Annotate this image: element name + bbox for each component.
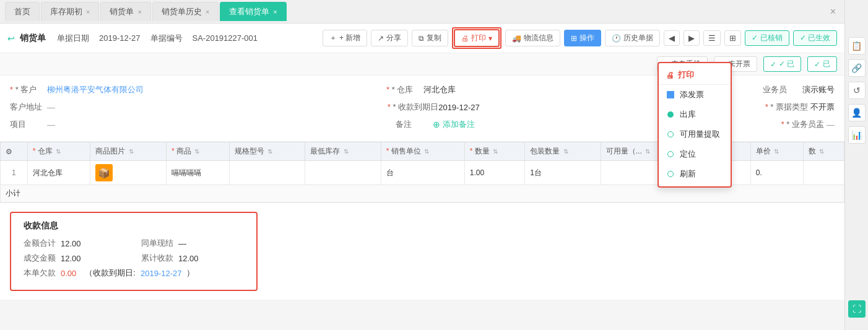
row-price: 0. — [750, 161, 803, 185]
effect-badge: ✓ 已生效 — [793, 30, 837, 46]
bottom-area: 收款信息 金额合计 12.00 同单现结 — 成交金额 12.00 累计收款 — [0, 202, 844, 300]
outbound-label: 出库 — [680, 109, 696, 120]
side-btn-user[interactable]: 👤 — [848, 104, 866, 121]
tab-sales-close[interactable]: × — [137, 8, 141, 15]
col-settings[interactable]: ⚙ — [1, 142, 28, 161]
doc-title-area: ↩ 销货单 单据日期 2019-12-27 单据编号 SA-20191227-0… — [7, 33, 258, 44]
add-note-label: 添加备注 — [443, 119, 475, 130]
prev-nav-button[interactable]: ◀ — [664, 30, 680, 46]
new-label: + 新增 — [339, 33, 360, 43]
payment-row-3: 本单欠款 0.00 （收款到期日: 2019-12-27 ） — [24, 267, 244, 279]
bill-type-label: * 票据类型 — [765, 102, 808, 113]
menu-outbound[interactable]: 出库 — [659, 105, 731, 124]
menu-locate[interactable]: 定位 — [659, 144, 731, 164]
new-button[interactable]: ＋ + 新增 — [323, 30, 367, 46]
row-spec — [229, 161, 305, 185]
col-unit: * 销售单位 ⇅ — [381, 142, 464, 161]
tab-home-label: 首页 — [14, 6, 30, 17]
tab-history[interactable]: 销货单历史 × — [152, 2, 219, 21]
print-dropdown-icon: ▾ — [488, 34, 492, 43]
logistics-button[interactable]: 🚚 物流信息 — [505, 30, 560, 46]
cancel-badge: ✓ 已核销 — [745, 30, 789, 46]
outbound-icon — [666, 110, 675, 119]
same-order-value: — — [178, 239, 186, 248]
locate-icon — [666, 150, 675, 158]
done2-label: 已 — [823, 59, 830, 69]
tab-view-sales[interactable]: 查看销货单 × — [220, 2, 286, 21]
overdue-date: 2019-12-27 — [141, 269, 182, 278]
customer-value[interactable]: 柳州粤港平安气体有限公司 — [47, 84, 144, 95]
plus-icon: ⊕ — [433, 119, 440, 129]
note-label: 备注 — [396, 119, 433, 130]
copy-button[interactable]: ⧉ 复制 — [412, 30, 448, 46]
tab-view-sales-close[interactable]: × — [273, 8, 277, 15]
history-button[interactable]: 🕐 历史单据 — [605, 30, 660, 46]
tab-history-label: 销货单历史 — [162, 6, 202, 17]
done-icon: ✓ — [770, 60, 776, 69]
share-button[interactable]: ↗ 分享 — [371, 30, 408, 46]
tab-home[interactable]: 首页 — [5, 2, 40, 21]
ops-dropdown-header: 🖨 打印 — [659, 66, 731, 85]
tab-inventory[interactable]: 库存期初 × — [41, 2, 99, 21]
menu-add-invoice[interactable]: 添发票 — [659, 85, 731, 105]
grid-icon: ⊞ — [571, 34, 577, 43]
doc-date-value: 2019-12-27 — [99, 33, 141, 43]
done-label: ✓ 已 — [779, 59, 794, 69]
window-close-button[interactable]: × — [827, 5, 840, 19]
done2-icon: ✓ — [814, 60, 820, 69]
overdue-value: 0.00 — [61, 269, 76, 278]
done2-button[interactable]: ✓ 已 — [807, 56, 837, 72]
col-price: 单价 ⇅ — [750, 142, 803, 161]
refresh-icon — [666, 170, 675, 178]
row-product: 嗝嗝嗝嗝 — [166, 161, 229, 185]
printer-icon: 🖨 — [666, 71, 674, 80]
same-order-field: 同单现结 — — [141, 238, 240, 249]
payment-info: 收款信息 金额合计 12.00 同单现结 — 成交金额 12.00 累计收款 — [10, 212, 258, 291]
side-btn-clipboard[interactable]: 📋 — [848, 37, 866, 54]
row-min-stock — [305, 161, 381, 185]
bill-type-area: * 票据类型 不开票 — [765, 102, 835, 113]
side-btn-chart[interactable]: 📊 — [848, 126, 866, 144]
available-qty-icon — [666, 130, 675, 139]
print-label: 打印 — [471, 33, 486, 43]
copy-icon: ⧉ — [419, 34, 424, 43]
doc-no-value: SA-20191227-001 — [193, 33, 258, 43]
payment-title: 收款信息 — [24, 220, 244, 232]
ops-label: 操作 — [579, 33, 594, 43]
refresh-label: 刷新 — [680, 168, 696, 180]
menu-available-qty[interactable]: 可用量提取 — [659, 124, 731, 144]
print-button[interactable]: 🖨 打印 ▾ — [454, 29, 500, 47]
col-img: 商品图片 ⇅ — [90, 142, 167, 161]
tab-bar: 首页 库存期初 × 销货单 × 销货单历史 × 查看销货单 × × — [0, 0, 844, 24]
logistics-label: 物流信息 — [524, 33, 553, 43]
staff-area: 业务员 演示账号 — [763, 84, 835, 95]
menu-refresh[interactable]: 刷新 — [659, 164, 731, 184]
side-panel: 📋 🔗 ↺ 👤 📊 ⛶ — [844, 0, 868, 300]
list-view-button[interactable]: ☰ — [703, 30, 721, 46]
col-amount: 数 ⇅ — [803, 142, 844, 161]
address-field: 客户地址 — — [10, 102, 388, 113]
doc-no-label: 单据编号 — [150, 33, 183, 44]
new-icon: ＋ — [329, 33, 337, 43]
tab-inventory-close[interactable]: × — [86, 8, 90, 15]
toolbar-actions: ＋ + 新增 ↗ 分享 ⧉ 复制 🖨 打印 ▾ 🚚 物流信息 — [323, 27, 837, 49]
toolbar: ↩ 销货单 单据日期 2019-12-27 单据编号 SA-20191227-0… — [0, 24, 844, 53]
payment-date-value: 2019-12-27 — [438, 103, 480, 112]
ops-button[interactable]: ⊞ 操作 — [564, 30, 601, 46]
done-button[interactable]: ✓ ✓ 已 — [763, 56, 801, 72]
row-amount — [803, 161, 844, 185]
tab-history-close[interactable]: × — [206, 8, 209, 15]
grid-view-button[interactable]: ⊞ — [724, 30, 741, 46]
locate-label: 定位 — [680, 149, 696, 160]
col-qty: * 数量 ⇅ — [464, 142, 525, 161]
biz-staff-area: * 业务员盂 — — [781, 119, 835, 130]
side-btn-link[interactable]: 🔗 — [848, 59, 866, 77]
next-nav-button[interactable]: ▶ — [684, 30, 700, 46]
row-qty: 1.00 — [464, 161, 525, 185]
project-field: 项目 — — [10, 119, 396, 130]
tab-sales[interactable]: 销货单 × — [100, 2, 150, 21]
row-num: 1 — [1, 161, 28, 185]
total-label: 金额合计 — [24, 238, 56, 249]
side-btn-refresh[interactable]: ↺ — [848, 82, 866, 99]
add-note-button[interactable]: ⊕ 添加备注 — [433, 119, 475, 130]
